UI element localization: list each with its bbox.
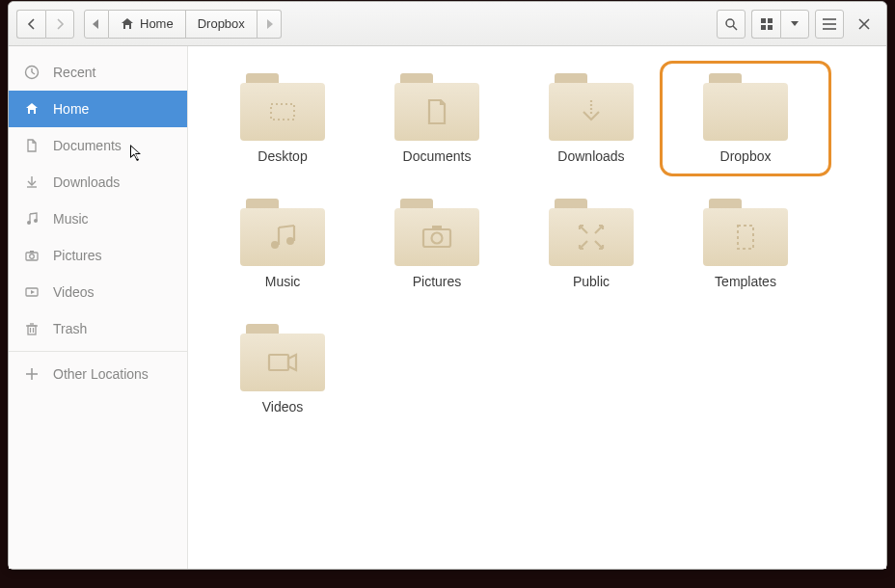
template-glyph-icon	[724, 216, 767, 258]
triangle-right-icon	[265, 19, 273, 29]
folder-label: Templates	[715, 274, 776, 289]
nav-buttons	[16, 10, 74, 39]
folder-downloads[interactable]: Downloads	[514, 69, 668, 168]
desktop-glyph-icon	[261, 91, 304, 133]
folder-icon	[703, 73, 788, 141]
folder-templates[interactable]: Templates	[668, 195, 823, 293]
view-buttons	[751, 10, 809, 39]
path-segment-dropbox[interactable]: Dropbox	[186, 10, 258, 39]
svg-rect-4	[761, 25, 766, 30]
folder-icon	[394, 73, 479, 141]
sidebar-item-label: Recent	[53, 65, 95, 80]
folder-icon	[240, 199, 325, 266]
sidebar-item-pictures[interactable]: Pictures	[9, 237, 187, 274]
folder-label: Documents	[403, 148, 472, 164]
svg-point-33	[286, 237, 294, 245]
svg-rect-21	[30, 251, 34, 253]
path-forward-button[interactable]	[258, 10, 282, 39]
folder-icon	[549, 73, 634, 141]
grid-icon	[760, 17, 773, 31]
folder-icon	[240, 324, 325, 391]
download-icon	[24, 174, 40, 190]
camera-glyph-icon	[416, 216, 458, 258]
sidebar-item-label: Pictures	[53, 248, 102, 263]
menu-button[interactable]	[815, 10, 844, 39]
folder-videos[interactable]: Videos	[205, 320, 360, 418]
folder-label: Downloads	[557, 148, 624, 164]
trash-icon	[24, 321, 40, 336]
chevron-right-icon	[54, 18, 66, 30]
search-button[interactable]	[717, 10, 746, 39]
sidebar-item-label: Home	[53, 101, 89, 117]
chevron-down-icon	[791, 21, 799, 27]
plus-icon	[24, 366, 40, 382]
folder-documents[interactable]: Documents	[360, 69, 514, 168]
icon-view-button[interactable]	[751, 10, 780, 39]
clock-icon	[24, 65, 40, 80]
search-icon	[724, 17, 738, 31]
svg-point-20	[30, 254, 35, 259]
sidebar-item-label: Trash	[53, 321, 87, 336]
home-icon	[121, 17, 134, 31]
folder-icon	[549, 199, 634, 266]
sidebar: RecentHomeDocumentsDownloadsMusicPicture…	[9, 46, 188, 569]
content: RecentHomeDocumentsDownloadsMusicPicture…	[9, 46, 886, 569]
folder-label: Videos	[262, 399, 304, 414]
path-back-button[interactable]	[84, 10, 109, 39]
folder-public[interactable]: Public	[514, 195, 668, 293]
triangle-left-icon	[93, 19, 100, 29]
folder-label: Dropbox	[720, 148, 772, 164]
music-glyph-icon	[261, 216, 304, 258]
path-home-label: Home	[140, 16, 174, 31]
home-icon	[24, 101, 40, 117]
folder-icon	[240, 73, 325, 141]
sidebar-item-other-locations[interactable]: Other Locations	[9, 356, 187, 392]
svg-rect-39	[432, 226, 442, 229]
sidebar-item-label: Documents	[53, 138, 122, 153]
video-icon	[24, 284, 40, 300]
camera-icon	[24, 248, 40, 263]
folder-grid: DesktopDocumentsDownloadsDropboxMusicPic…	[205, 69, 869, 418]
svg-point-17	[34, 219, 38, 223]
download-glyph-icon	[570, 91, 612, 133]
sidebar-item-label: Music	[53, 211, 89, 227]
folder-dropbox[interactable]: Dropbox	[668, 69, 823, 168]
close-icon	[858, 18, 870, 30]
sidebar-item-trash[interactable]: Trash	[9, 310, 187, 347]
svg-rect-2	[761, 18, 766, 23]
close-button[interactable]	[850, 10, 879, 39]
file-manager-window: Home Dropbox	[8, 1, 887, 570]
main-view[interactable]: DesktopDocumentsDownloadsDropboxMusicPic…	[188, 46, 886, 569]
folder-label: Pictures	[413, 274, 462, 289]
music-icon	[24, 211, 40, 227]
sidebar-other-label: Other Locations	[53, 366, 149, 382]
svg-rect-40	[738, 226, 753, 249]
view-dropdown-button[interactable]	[780, 10, 809, 39]
svg-line-1	[733, 26, 737, 30]
sidebar-item-recent[interactable]: Recent	[9, 54, 187, 91]
path-segment-home[interactable]: Home	[109, 10, 186, 39]
public-glyph-icon	[570, 216, 612, 258]
folder-pictures[interactable]: Pictures	[360, 195, 514, 293]
folder-label: Public	[573, 274, 610, 289]
folder-music[interactable]: Music	[205, 195, 360, 293]
svg-line-13	[32, 72, 35, 74]
forward-button[interactable]	[45, 10, 74, 39]
sidebar-item-music[interactable]: Music	[9, 200, 187, 237]
svg-point-0	[726, 19, 734, 27]
sidebar-item-videos[interactable]: Videos	[9, 274, 187, 310]
svg-rect-3	[768, 18, 773, 23]
document-glyph-icon	[416, 91, 458, 133]
sidebar-item-downloads[interactable]: Downloads	[9, 164, 187, 200]
pathbar: Home Dropbox	[84, 10, 282, 39]
sidebar-item-documents[interactable]: Documents	[9, 127, 187, 164]
folder-label: Desktop	[258, 148, 307, 164]
video-glyph-icon	[261, 341, 304, 384]
headerbar: Home Dropbox	[9, 2, 886, 46]
sidebar-item-home[interactable]: Home	[9, 91, 187, 127]
folder-label: Music	[265, 274, 301, 289]
folder-desktop[interactable]: Desktop	[205, 69, 360, 168]
svg-rect-41	[269, 355, 288, 370]
svg-point-38	[432, 233, 443, 244]
back-button[interactable]	[16, 10, 45, 39]
